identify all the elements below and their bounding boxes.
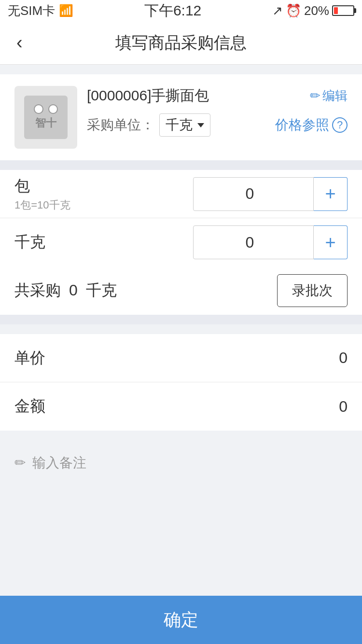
owl-text: 智十	[35, 116, 56, 130]
unit-price-row: 单价 0	[0, 334, 362, 382]
confirm-button[interactable]: 确定	[0, 596, 362, 644]
location-icon: ↗	[272, 3, 283, 18]
chevron-down-icon	[197, 123, 204, 127]
unit-value: 千克	[166, 116, 193, 134]
product-id: [0000006]	[87, 87, 151, 103]
section-separator-1	[0, 160, 362, 170]
owl-logo	[34, 104, 58, 114]
battery-percent: 20%	[304, 3, 329, 18]
qianke-input-right: +	[193, 225, 348, 259]
qianke-label-text: 千克	[14, 232, 45, 253]
battery-fill	[334, 7, 338, 14]
input-section: 包 1包=10千克 + 千克 +	[0, 170, 362, 266]
nav-bar: ‹ 填写商品采购信息	[0, 21, 362, 65]
bao-quantity-input[interactable]	[193, 177, 314, 211]
total-unit: 千克	[86, 281, 117, 299]
status-time: 下午6:12	[144, 1, 201, 21]
total-prefix: 共采购	[14, 281, 61, 299]
record-batch-button[interactable]: 录批次	[277, 274, 348, 307]
section-separator-2	[0, 315, 362, 324]
unit-price-label: 单价	[14, 348, 45, 369]
total-value: 0	[69, 281, 78, 299]
unit-row: 采购单位： 千克 价格参照 ?	[87, 113, 348, 137]
owl-eye-right	[48, 104, 58, 114]
amount-row: 金额 0	[0, 382, 362, 431]
price-section: 单价 0 金额 0	[0, 334, 362, 431]
unit-price-value: 0	[339, 349, 348, 367]
owl-eye-left	[34, 104, 43, 114]
bao-input-right: +	[193, 177, 348, 211]
total-row: 共采购 0 千克 录批次	[0, 266, 362, 315]
edit-label: 编辑	[322, 87, 348, 104]
status-bar: 无SIM卡 📶 下午6:12 ↗ ⏰ 20%	[0, 0, 362, 21]
qianke-quantity-input[interactable]	[193, 225, 314, 259]
bao-label: 包 1包=10千克	[14, 176, 70, 212]
bao-input-row: 包 1包=10千克 +	[0, 170, 362, 218]
product-image: 智十	[14, 86, 77, 149]
qianke-input-row: 千克 +	[0, 218, 362, 266]
product-info: [0000006]手撕面包 ✏ 编辑 采购单位： 千克 价格参照 ?	[87, 86, 348, 137]
price-ref-label: 价格参照	[275, 116, 329, 134]
price-ref-button[interactable]: 价格参照 ?	[275, 116, 348, 134]
page-title: 填写商品采购信息	[115, 32, 247, 54]
edit-button[interactable]: ✏ 编辑	[310, 87, 348, 104]
product-card: 智十 [0000006]手撕面包 ✏ 编辑 采购单位： 千克 价格参照 ?	[0, 74, 362, 160]
amount-value: 0	[339, 398, 348, 416]
qianke-plus-button[interactable]: +	[314, 225, 348, 259]
bao-sublabel: 1包=10千克	[14, 198, 70, 212]
product-title: 手撕面包	[151, 87, 209, 103]
alarm-icon: ⏰	[286, 3, 301, 18]
qianke-label: 千克	[14, 232, 45, 253]
amount-label: 金额	[14, 396, 45, 417]
notes-section[interactable]: ✏ 输入备注	[0, 440, 362, 537]
product-name: [0000006]手撕面包	[87, 86, 209, 106]
carrier-text: 无SIM卡	[8, 2, 55, 19]
status-right: ↗ ⏰ 20%	[272, 3, 354, 18]
edit-icon: ✏	[310, 88, 320, 103]
total-label: 共采购 0 千克	[14, 280, 117, 301]
help-icon: ?	[332, 117, 348, 133]
bao-plus-button[interactable]: +	[314, 177, 348, 211]
notes-placeholder: 输入备注	[32, 454, 86, 472]
back-button[interactable]: ‹	[12, 28, 28, 58]
product-thumbnail: 智十	[24, 96, 68, 139]
unit-select[interactable]: 千克	[159, 113, 210, 137]
pencil-icon: ✏	[14, 455, 26, 471]
wifi-icon: 📶	[59, 4, 73, 17]
status-left: 无SIM卡 📶	[8, 2, 73, 19]
product-name-row: [0000006]手撕面包 ✏ 编辑	[87, 86, 348, 106]
battery-icon	[332, 5, 354, 16]
bao-label-text: 包	[14, 176, 70, 197]
unit-label: 采购单位：	[87, 116, 154, 134]
